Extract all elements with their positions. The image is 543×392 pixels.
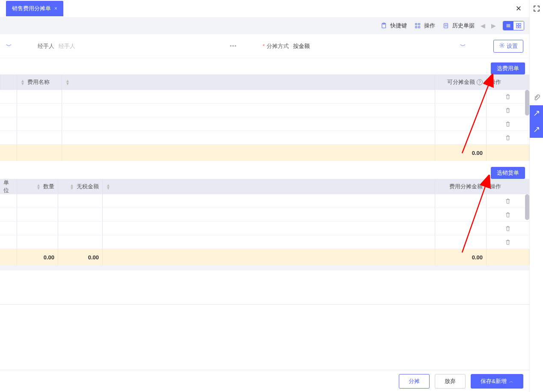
method-label: 分摊方式	[267, 42, 289, 50]
scrollbar[interactable]	[525, 194, 529, 220]
trash-icon[interactable]	[505, 107, 511, 113]
next-doc-arrow[interactable]: ▶	[491, 22, 496, 29]
fee-table: ▲▼费用名称 ▲▼ 可分摊金额? 操作 0.00	[0, 74, 529, 161]
save-new-button[interactable]: 保存&新增︿	[471, 374, 523, 389]
col-unit[interactable]: 单位	[3, 179, 13, 194]
table-row[interactable]	[0, 235, 529, 249]
chevron-down-icon[interactable]: ﹀	[460, 42, 466, 50]
tab-close-icon[interactable]: ×	[54, 6, 57, 12]
shortcut-label: 快捷键	[390, 22, 407, 30]
table2-toolbar: 选销货单	[0, 161, 529, 179]
chevron-up-icon: ︿	[509, 378, 513, 384]
svg-rect-14	[516, 26, 518, 28]
fee-table-header: ▲▼费用名称 ▲▼ 可分摊金额? 操作	[0, 74, 529, 90]
method-input[interactable]	[293, 40, 456, 53]
table-row[interactable]	[0, 208, 529, 222]
prev-doc-arrow[interactable]: ◀	[481, 22, 485, 29]
more-icon[interactable]: •••	[230, 43, 237, 49]
notes-area	[0, 270, 529, 305]
shortcut-link[interactable]: 快捷键	[381, 22, 407, 30]
view-card-icon[interactable]	[513, 21, 524, 30]
col-qty[interactable]: 数量	[43, 183, 54, 190]
expand-icon[interactable]	[530, 105, 543, 122]
trash-icon[interactable]	[505, 198, 511, 204]
svg-rect-12	[516, 24, 518, 25]
operate-link[interactable]: 操作	[415, 22, 435, 30]
view-list-icon[interactable]	[503, 21, 513, 30]
col-fee-alloc[interactable]: 费用分摊金额	[449, 183, 483, 190]
tab-active[interactable]: 销售费用分摊单 ×	[6, 1, 63, 16]
col-op: 操作	[490, 78, 501, 86]
sum-qty: 0.00	[44, 254, 54, 261]
grid-icon	[415, 23, 422, 29]
svg-rect-5	[418, 27, 420, 28]
trash-icon[interactable]	[505, 121, 511, 127]
gear-icon	[499, 42, 505, 50]
svg-rect-15	[519, 26, 521, 28]
right-sidebar	[529, 0, 543, 392]
sum-alloc-amount: 0.00	[472, 150, 483, 156]
svg-rect-3	[418, 24, 420, 25]
distribute-button[interactable]: 分摊	[399, 374, 430, 389]
scrollbar[interactable]	[525, 90, 529, 116]
fee-table-body	[0, 90, 529, 145]
svg-rect-2	[415, 24, 417, 25]
svg-point-16	[501, 45, 503, 46]
svg-rect-4	[415, 27, 417, 28]
table-row[interactable]	[0, 194, 529, 208]
sales-table-header: 单位 ▲▼数量 ▲▼无税金额 ▲▼ 费用分摊金额 操作	[0, 179, 529, 194]
sales-table-sum: 0.00 0.00 0.00	[0, 249, 529, 265]
col-notax[interactable]: 无税金额	[77, 183, 99, 190]
document-icon	[443, 23, 451, 29]
discard-button[interactable]: 放弃	[435, 374, 466, 389]
settings-label: 设置	[507, 42, 518, 50]
history-link[interactable]: 历史单据	[443, 22, 475, 30]
clipboard-icon	[381, 23, 389, 29]
table1-toolbar: 选费用单	[0, 58, 529, 74]
trash-icon[interactable]	[505, 212, 511, 218]
fullscreen-icon[interactable]	[530, 0, 543, 17]
footer: 分摊 放弃 保存&新增︿	[0, 370, 529, 392]
col-alloc-amount[interactable]: 可分摊金额	[447, 78, 475, 86]
close-page-button[interactable]: ×	[512, 0, 525, 17]
toolbar: 快捷键 操作 历史单据 ◀ ▶	[0, 17, 529, 34]
form-row: ﹀ 经手人 ••• * 分摊方式 ﹀ 设置	[0, 34, 529, 58]
table-row[interactable]	[0, 131, 529, 145]
col-fee-name[interactable]: 费用名称	[27, 78, 50, 86]
select-sales-doc-button[interactable]: 选销货单	[491, 167, 525, 179]
required-asterisk: *	[263, 43, 265, 49]
handler-input[interactable]	[59, 40, 230, 53]
trash-icon[interactable]	[505, 135, 511, 141]
view-toggle	[503, 21, 524, 30]
method-field: * 分摊方式 ﹀	[263, 40, 466, 53]
table-row[interactable]	[0, 117, 529, 131]
fee-table-sum: 0.00	[0, 145, 529, 161]
trash-icon[interactable]	[505, 94, 511, 100]
table-row[interactable]	[0, 90, 529, 104]
operate-label: 操作	[424, 22, 435, 30]
expand-icon-2[interactable]	[530, 122, 543, 138]
help-icon[interactable]: ?	[477, 79, 483, 85]
chevron-down-icon[interactable]: ﹀	[6, 42, 12, 50]
handler-label: 经手人	[38, 42, 54, 50]
tab-title: 销售费用分摊单	[12, 5, 51, 12]
handler-field: 经手人 •••	[38, 40, 237, 53]
history-label: 历史单据	[452, 22, 475, 30]
svg-rect-13	[519, 24, 521, 25]
sum-fee-alloc: 0.00	[472, 254, 483, 261]
tab-bar: 销售费用分摊单 × ×	[0, 0, 529, 17]
settings-button[interactable]: 设置	[493, 40, 523, 53]
sum-notax: 0.00	[88, 254, 99, 261]
table-row[interactable]	[0, 222, 529, 235]
attachment-icon[interactable]	[530, 90, 543, 105]
sales-table: 单位 ▲▼数量 ▲▼无税金额 ▲▼ 费用分摊金额 操作 0.00 0.00 0.…	[0, 179, 529, 265]
trash-icon[interactable]	[505, 226, 511, 232]
trash-icon[interactable]	[505, 239, 511, 245]
col-op2: 操作	[490, 183, 501, 190]
table-row[interactable]	[0, 104, 529, 117]
svg-rect-6	[444, 24, 448, 28]
select-fee-doc-button[interactable]: 选费用单	[491, 62, 525, 74]
sales-table-body	[0, 194, 529, 249]
